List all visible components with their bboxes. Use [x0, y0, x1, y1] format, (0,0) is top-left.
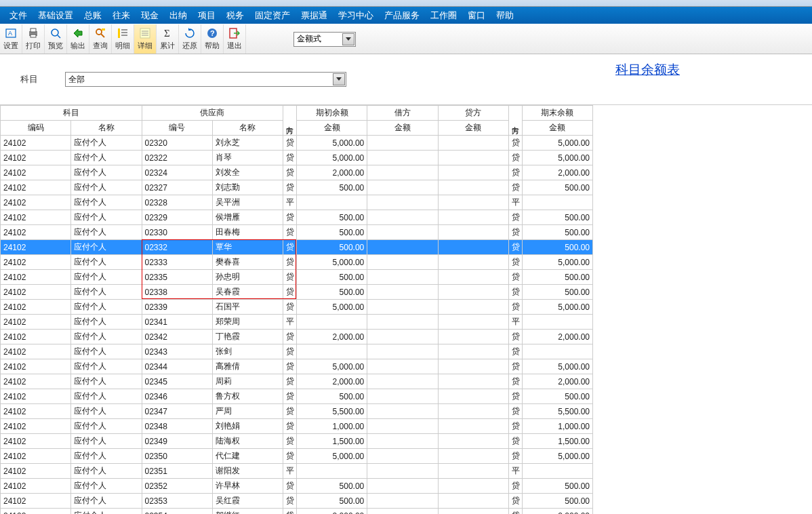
cell[interactable] — [438, 359, 508, 374]
cell[interactable]: 应付个人 — [71, 389, 142, 404]
cell[interactable]: 贷 — [283, 344, 297, 359]
cell[interactable]: 500.00 — [297, 270, 367, 285]
cell[interactable]: 侯增雁 — [212, 210, 283, 225]
cell[interactable]: 应付个人 — [71, 404, 142, 419]
page-title[interactable]: 科目余额表 — [615, 61, 680, 79]
table-row[interactable]: 24102应付个人02352许早林贷500.00贷500.00 — [1, 479, 593, 494]
cell[interactable]: 贷 — [283, 434, 297, 449]
cell[interactable] — [297, 344, 367, 359]
cell[interactable]: 贷 — [283, 494, 297, 509]
cell[interactable]: 02338 — [142, 285, 212, 300]
table-row[interactable]: 24102应付个人02350代仁建贷5,000.00贷5,000.00 — [1, 449, 593, 464]
cell[interactable]: 2,000.00 — [297, 165, 367, 180]
cell[interactable]: 丁艳霞 — [212, 330, 283, 344]
table-row[interactable]: 24102应付个人02353吴红霞贷500.00贷500.00 — [1, 494, 593, 509]
cell[interactable]: 02342 — [142, 330, 212, 344]
cell[interactable]: 02353 — [142, 494, 212, 509]
cell[interactable]: 02322 — [142, 151, 212, 165]
cell[interactable] — [367, 344, 438, 359]
cell[interactable] — [438, 300, 508, 315]
cell[interactable] — [367, 180, 438, 195]
cell[interactable]: 贷 — [283, 240, 297, 255]
cell[interactable] — [522, 344, 592, 359]
cell[interactable]: 孙忠明 — [212, 270, 283, 285]
cell[interactable]: 贷 — [283, 285, 297, 300]
cell[interactable]: 24102 — [1, 225, 71, 240]
cell[interactable]: 应付个人 — [71, 509, 142, 515]
table-row[interactable]: 24102应付个人02341郑荣周平平 — [1, 315, 593, 330]
cell[interactable]: 贷 — [283, 136, 297, 151]
cell[interactable] — [438, 210, 508, 225]
cell[interactable]: 5,000.00 — [297, 255, 367, 270]
cell[interactable]: 500.00 — [297, 494, 367, 509]
cell[interactable]: 24102 — [1, 270, 71, 285]
table-row[interactable]: 24102应付个人02327刘志勤贷500.00贷500.00 — [1, 180, 593, 195]
cell[interactable] — [367, 151, 438, 165]
cell[interactable]: 02333 — [142, 255, 212, 270]
cell[interactable]: 刘发全 — [212, 165, 283, 180]
cell[interactable]: 石国平 — [212, 300, 283, 315]
menu-14[interactable]: 帮助 — [491, 7, 519, 24]
cell[interactable] — [522, 195, 592, 210]
cell[interactable]: 5,000.00 — [297, 300, 367, 315]
cell[interactable]: 贷 — [508, 509, 522, 515]
cell[interactable] — [438, 195, 508, 210]
table-row[interactable]: 24102应付个人02339石国平贷5,000.00贷5,000.00 — [1, 300, 593, 315]
cell[interactable] — [367, 389, 438, 404]
cell[interactable]: 24102 — [1, 180, 71, 195]
cell[interactable]: 500.00 — [297, 210, 367, 225]
cell[interactable]: 应付个人 — [71, 449, 142, 464]
cell[interactable]: 02343 — [142, 344, 212, 359]
table-row[interactable]: 24102应付个人02351谢阳发平平 — [1, 464, 593, 479]
cell[interactable]: 应付个人 — [71, 344, 142, 359]
cell[interactable]: 高雅倩 — [212, 359, 283, 374]
menu-8[interactable]: 固定资产 — [249, 7, 296, 24]
cell[interactable]: 应付个人 — [71, 374, 142, 389]
tool-preview[interactable]: 预览 — [45, 24, 67, 54]
cell[interactable]: 02332 — [142, 240, 212, 255]
cell[interactable]: 500.00 — [522, 479, 592, 494]
table-row[interactable]: 24102应付个人02328吴平洲平平 — [1, 195, 593, 210]
cell[interactable]: 02348 — [142, 419, 212, 434]
menu-3[interactable]: 往来 — [107, 7, 136, 24]
tool-search[interactable]: 查询 — [89, 24, 112, 54]
cell[interactable]: 鲁方权 — [212, 389, 283, 404]
cell[interactable]: 1,000.00 — [522, 419, 592, 434]
cell[interactable]: 贷 — [283, 330, 297, 344]
cell[interactable]: 贷 — [283, 509, 297, 515]
cell[interactable]: 24102 — [1, 255, 71, 270]
cell[interactable]: 500.00 — [297, 225, 367, 240]
tool-text[interactable]: A设置 — [0, 24, 22, 54]
cell[interactable] — [367, 494, 438, 509]
cell[interactable] — [522, 315, 592, 330]
cell[interactable]: 贷 — [508, 285, 522, 300]
menu-7[interactable]: 税务 — [221, 7, 249, 24]
cell[interactable]: 贷 — [283, 165, 297, 180]
cell[interactable]: 应付个人 — [71, 434, 142, 449]
table-row[interactable]: 24102应付个人02330田春梅贷500.00贷500.00 — [1, 225, 593, 240]
cell[interactable]: 500.00 — [522, 270, 592, 285]
chevron-down-icon[interactable] — [333, 73, 345, 85]
cell[interactable]: 02328 — [142, 195, 212, 210]
tool-list[interactable]: 明细 — [112, 24, 134, 54]
cell[interactable]: 5,000.00 — [297, 449, 367, 464]
cell[interactable] — [438, 404, 508, 419]
cell[interactable]: 应付个人 — [71, 419, 142, 434]
cell[interactable]: 田春梅 — [212, 225, 283, 240]
cell[interactable]: 500.00 — [297, 389, 367, 404]
cell[interactable]: 贷 — [283, 404, 297, 419]
cell[interactable]: 1,500.00 — [522, 434, 592, 449]
cell[interactable]: 5,000.00 — [522, 255, 592, 270]
cell[interactable]: 应付个人 — [71, 494, 142, 509]
cell[interactable] — [438, 255, 508, 270]
table-row[interactable]: 24102应付个人02343张剑贷贷 — [1, 344, 593, 359]
cell[interactable]: 贷 — [283, 270, 297, 285]
cell[interactable] — [367, 434, 438, 449]
cell[interactable]: 贷 — [508, 374, 522, 389]
cell[interactable]: 500.00 — [297, 180, 367, 195]
cell[interactable]: 24102 — [1, 315, 71, 330]
cell[interactable]: 吴平洲 — [212, 195, 283, 210]
cell[interactable] — [438, 479, 508, 494]
cell[interactable]: 24102 — [1, 434, 71, 449]
table-row[interactable]: 24102应付个人02346鲁方权贷500.00贷500.00 — [1, 389, 593, 404]
